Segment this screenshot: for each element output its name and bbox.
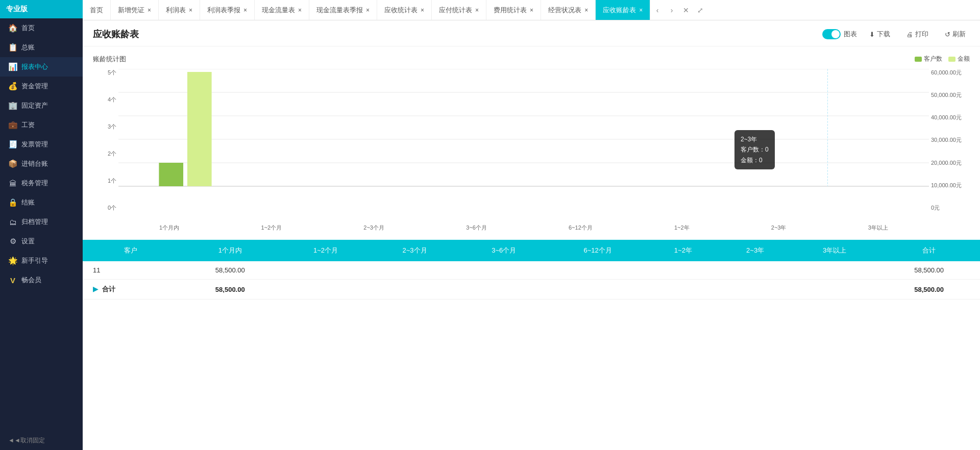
tab-operation-status[interactable]: 经营状况表 × — [541, 0, 596, 20]
sidebar-item-purchase-sales[interactable]: 📦 进销台账 — [0, 154, 83, 173]
tab-cash-flow-quarterly-label: 现金流量表季报 — [316, 6, 363, 15]
tab-profit[interactable]: 利润表 × — [159, 0, 200, 20]
sidebar-item-membership[interactable]: V 畅会员 — [0, 270, 83, 290]
tab-profit-close[interactable]: × — [189, 7, 192, 14]
legend-amount-label: 金额 — [958, 55, 970, 63]
tab-home-label: 首页 — [90, 6, 103, 15]
sidebar-item-settings[interactable]: ⚙ 设置 — [0, 232, 83, 251]
table-header-row: 客户 1个月内 1~2个月 2~3个月 3~6个月 6~12个月 1~2年 2~… — [83, 240, 980, 261]
tab-operation-status-close[interactable]: × — [584, 7, 588, 14]
archive-icon: 🗂 — [8, 218, 17, 227]
sidebar-item-invoice[interactable]: 🧾 发票管理 — [0, 135, 83, 154]
table-row: 11 58,500.00 58,500.00 — [83, 261, 980, 280]
sidebar-item-report-center[interactable]: 📊 报表中心 — [0, 57, 83, 77]
sidebar-item-home[interactable]: 🏠 首页 — [0, 18, 83, 38]
tab-cash-flow-quarterly[interactable]: 现金流量表季报 × — [309, 0, 377, 20]
chart-toggle[interactable] — [822, 29, 841, 39]
col-header-month6-12: 6~12个月 — [549, 240, 647, 261]
main-content: 首页 新增凭证 × 利润表 × 利润表季报 × 现金流量表 × 现金流量表季报 … — [83, 0, 980, 450]
row-month1: 58,500.00 — [179, 261, 281, 280]
tab-receivable-stats-close[interactable]: × — [421, 7, 424, 14]
legend-amount: 金额 — [948, 55, 970, 63]
sidebar: 专业版 🏠 首页 📋 总账 📊 报表中心 💰 资金管理 🏢 固定资产 💼 工资 … — [0, 0, 83, 450]
table-total-row: ▶ 合计 58,500.00 58,500.00 — [83, 280, 980, 299]
tab-profit-quarterly-close[interactable]: × — [243, 7, 247, 14]
row-month6-12 — [549, 261, 647, 280]
col-header-year3plus: 3年以上 — [791, 240, 878, 261]
y-label-1: 1个 — [93, 177, 116, 185]
invoice-icon: 🧾 — [8, 140, 17, 149]
print-icon: 🖨 — [906, 31, 913, 38]
sidebar-item-archive[interactable]: 🗂 归档管理 — [0, 212, 83, 232]
sidebar-label-fixed-assets: 固定资产 — [21, 101, 48, 110]
report-icon: 📊 — [8, 62, 17, 71]
tab-close-all[interactable]: ✕ — [679, 0, 693, 20]
print-btn[interactable]: 🖨 打印 — [902, 28, 933, 41]
tab-new-voucher-close[interactable]: × — [148, 7, 151, 14]
tab-expand[interactable]: ⤢ — [693, 0, 707, 20]
row-customer: 11 — [83, 261, 179, 280]
tab-payable-stats-close[interactable]: × — [475, 7, 479, 14]
tab-receivable-stats-label: 应收统计表 — [384, 6, 418, 15]
home-icon: 🏠 — [8, 23, 17, 33]
table-wrapper: 客户 1个月内 1~2个月 2~3个月 3~6个月 6~12个月 1~2年 2~… — [83, 240, 980, 299]
tab-cash-flow[interactable]: 现金流量表 × — [255, 0, 309, 20]
sidebar-item-closing[interactable]: 🔒 结账 — [0, 193, 83, 212]
x-label-year1-2: 1~2年 — [674, 224, 690, 232]
y-right-label-40k: 40,000.00元 — [931, 114, 970, 121]
tab-aging-report[interactable]: 应收账龄表 × — [596, 0, 650, 20]
tab-nav-prev[interactable]: ‹ — [650, 0, 665, 20]
bar-month1-amount — [187, 72, 212, 186]
col-header-month2-3: 2~3个月 — [370, 240, 459, 261]
y-label-0: 0个 — [93, 204, 116, 212]
sidebar-label-invoice: 发票管理 — [21, 140, 48, 149]
sidebar-item-guide[interactable]: 🌟 新手引导 — [0, 251, 83, 270]
chart-title: 账龄统计图 — [93, 55, 970, 64]
x-label-year2-3: 2~3年 — [771, 224, 787, 232]
tab-home[interactable]: 首页 — [83, 0, 111, 20]
row-month3-6 — [459, 261, 549, 280]
sidebar-label-settings: 设置 — [21, 237, 35, 246]
tab-expense-stats[interactable]: 费用统计表 × — [486, 0, 541, 20]
total-customer-label: ▶ 合计 — [83, 280, 179, 299]
page-content: 应收账龄表 图表 ⬇ 下载 🖨 打印 ↺ 刷新 — [83, 20, 980, 450]
y-right-label-20k: 20,000.00元 — [931, 159, 970, 167]
tab-nav-next[interactable]: › — [665, 0, 679, 20]
sidebar-item-fixed-assets[interactable]: 🏢 固定资产 — [0, 96, 83, 115]
tab-receivable-stats[interactable]: 应收统计表 × — [377, 0, 432, 20]
page-header: 应收账龄表 图表 ⬇ 下载 🖨 打印 ↺ 刷新 — [83, 20, 980, 46]
download-btn[interactable]: ⬇ 下载 — [865, 28, 894, 41]
tab-bar: 首页 新增凭证 × 利润表 × 利润表季报 × 现金流量表 × 现金流量表季报 … — [83, 0, 980, 20]
download-icon: ⬇ — [869, 31, 875, 38]
sidebar-collapse-btn[interactable]: ◄◄取消固定 — [0, 431, 83, 450]
sidebar-label-home: 首页 — [21, 23, 35, 33]
membership-icon: V — [8, 276, 17, 285]
total-month1-2 — [281, 280, 371, 299]
sidebar-label-closing: 结账 — [21, 198, 35, 207]
legend-amount-box — [948, 57, 955, 62]
refresh-btn[interactable]: ↺ 刷新 — [941, 28, 970, 41]
sidebar-item-general-ledger[interactable]: 📋 总账 — [0, 38, 83, 57]
tab-profit-quarterly-label: 利润表季报 — [207, 6, 240, 15]
chart-toggle-container[interactable]: 图表 — [822, 29, 857, 39]
tab-expense-stats-close[interactable]: × — [530, 7, 533, 14]
tab-aging-report-close[interactable]: × — [639, 7, 643, 14]
total-year3plus — [791, 280, 878, 299]
tab-payable-stats[interactable]: 应付统计表 × — [432, 0, 486, 20]
sidebar-item-fund-management[interactable]: 💰 资金管理 — [0, 77, 83, 96]
sidebar-label-report-center: 报表中心 — [21, 62, 48, 71]
tab-cash-flow-close[interactable]: × — [298, 7, 302, 14]
y-label-4: 4个 — [93, 96, 116, 104]
ledger-icon: 📋 — [8, 43, 17, 52]
sidebar-item-tax[interactable]: 🏛 税务管理 — [0, 173, 83, 193]
chart-area: 账龄统计图 客户数 金额 5个 4个 3个 2个 1个 — [83, 46, 980, 240]
total-icon: ▶ — [93, 285, 98, 293]
sidebar-item-salary[interactable]: 💼 工资 — [0, 115, 83, 135]
x-label-month6-12: 6~12个月 — [569, 224, 593, 232]
tab-profit-quarterly[interactable]: 利润表季报 × — [200, 0, 255, 20]
chart-svg — [118, 69, 929, 222]
tab-cash-flow-quarterly-close[interactable]: × — [366, 7, 370, 14]
sidebar-label-fund-management: 资金管理 — [21, 82, 48, 91]
tab-new-voucher[interactable]: 新增凭证 × — [111, 0, 159, 20]
refresh-icon: ↺ — [945, 31, 950, 38]
